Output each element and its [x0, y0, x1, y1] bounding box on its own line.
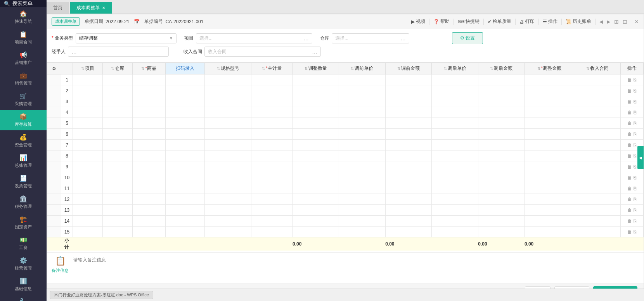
row-product[interactable]: [132, 140, 165, 150]
row-after-price[interactable]: [432, 183, 478, 194]
row-scan[interactable]: [165, 74, 205, 85]
row-unit[interactable]: [251, 85, 293, 96]
sidebar-item-purchase[interactable]: 🛒 采购管理: [0, 89, 47, 110]
row-warehouse[interactable]: [102, 172, 132, 183]
copy-icon[interactable]: ⎘: [634, 186, 636, 191]
delete-icon[interactable]: 🗑: [627, 77, 632, 83]
row-unit[interactable]: [251, 118, 293, 129]
row-scan[interactable]: [165, 227, 205, 237]
row-scan[interactable]: [165, 150, 205, 161]
row-after-amount[interactable]: [478, 150, 525, 161]
row-product[interactable]: [132, 129, 165, 140]
row-project[interactable]: [73, 85, 103, 96]
row-scan[interactable]: [165, 216, 205, 227]
delete-icon[interactable]: 🗑: [627, 164, 632, 170]
row-product[interactable]: [132, 161, 165, 172]
row-before-price[interactable]: [339, 172, 386, 183]
row-after-amount[interactable]: [478, 216, 525, 227]
row-adjust-qty[interactable]: [293, 205, 339, 216]
row-spec[interactable]: [205, 161, 251, 172]
row-project[interactable]: [73, 205, 103, 216]
row-adjust-amount[interactable]: [525, 194, 574, 205]
row-product[interactable]: [132, 118, 165, 129]
row-before-amount[interactable]: [385, 107, 432, 118]
row-unit[interactable]: [251, 107, 293, 118]
row-adjust-amount[interactable]: [525, 129, 574, 140]
row-adjust-amount[interactable]: [525, 140, 574, 150]
row-project[interactable]: [73, 96, 103, 107]
row-after-amount[interactable]: [478, 227, 525, 237]
row-before-price[interactable]: [339, 129, 386, 140]
row-before-price[interactable]: [339, 107, 386, 118]
warehouse-select[interactable]: 选择... …: [332, 33, 409, 43]
history-action[interactable]: 📜 历史账单: [566, 18, 591, 25]
row-after-price[interactable]: [432, 129, 478, 140]
row-after-amount[interactable]: [478, 194, 525, 205]
delete-icon[interactable]: 🗑: [627, 186, 632, 191]
copy-icon[interactable]: ⎘: [634, 164, 636, 170]
row-income-contract[interactable]: [574, 150, 621, 161]
row-scan[interactable]: [165, 205, 205, 216]
row-after-amount[interactable]: [478, 140, 525, 150]
row-adjust-qty[interactable]: [293, 172, 339, 183]
right-handle[interactable]: ◀: [637, 146, 644, 169]
row-project[interactable]: [73, 107, 103, 118]
row-adjust-amount[interactable]: [525, 150, 574, 161]
row-warehouse[interactable]: [102, 140, 132, 150]
delete-icon[interactable]: 🗑: [627, 131, 632, 137]
copy-icon[interactable]: ⎘: [634, 142, 636, 148]
row-adjust-amount[interactable]: [525, 216, 574, 227]
row-adjust-amount[interactable]: [525, 227, 574, 237]
sidebar-item-finance[interactable]: 💰 资金管理: [0, 130, 47, 151]
row-before-price[interactable]: [339, 227, 386, 237]
row-spec[interactable]: [205, 227, 251, 237]
row-after-amount[interactable]: [478, 172, 525, 183]
delete-icon[interactable]: 🗑: [627, 229, 632, 235]
row-income-contract[interactable]: [574, 118, 621, 129]
col-settings[interactable]: ⚙: [47, 63, 61, 74]
row-spec[interactable]: [205, 205, 251, 216]
row-product[interactable]: [132, 216, 165, 227]
row-before-amount[interactable]: [385, 216, 432, 227]
sidebar-item-quick-nav[interactable]: 🏠 快速导航: [0, 7, 47, 28]
row-before-price[interactable]: [339, 96, 386, 107]
row-adjust-amount[interactable]: [525, 107, 574, 118]
row-income-contract[interactable]: [574, 172, 621, 183]
row-unit[interactable]: [251, 96, 293, 107]
copy-icon[interactable]: ⎘: [634, 197, 636, 202]
row-after-amount[interactable]: [478, 129, 525, 140]
delete-icon[interactable]: 🗑: [627, 218, 632, 224]
sidebar-item-invoice[interactable]: 🧾 发票管理: [0, 171, 47, 192]
row-before-amount[interactable]: [385, 140, 432, 150]
row-scan[interactable]: [165, 118, 205, 129]
row-product[interactable]: [132, 150, 165, 161]
row-adjust-qty[interactable]: [293, 74, 339, 85]
row-before-price[interactable]: [339, 150, 386, 161]
row-unit[interactable]: [251, 161, 293, 172]
row-before-amount[interactable]: [385, 194, 432, 205]
row-adjust-qty[interactable]: [293, 140, 339, 150]
row-before-price[interactable]: [339, 194, 386, 205]
row-project[interactable]: [73, 194, 103, 205]
tab-home[interactable]: 首页: [47, 2, 69, 14]
row-unit[interactable]: [251, 150, 293, 161]
row-scan[interactable]: [165, 96, 205, 107]
row-unit[interactable]: [251, 183, 293, 194]
row-before-price[interactable]: [339, 74, 386, 85]
copy-icon[interactable]: ⎘: [634, 131, 636, 137]
row-income-contract[interactable]: [574, 183, 621, 194]
row-before-price[interactable]: [339, 118, 386, 129]
row-spec[interactable]: [205, 129, 251, 140]
row-unit[interactable]: [251, 194, 293, 205]
row-before-price[interactable]: [339, 161, 386, 172]
row-before-price[interactable]: [339, 205, 386, 216]
row-product[interactable]: [132, 107, 165, 118]
copy-icon[interactable]: ⎘: [634, 153, 636, 159]
col-scan[interactable]: 扫码录入: [165, 63, 205, 74]
delete-icon[interactable]: 🗑: [627, 121, 632, 126]
copy-icon[interactable]: ⎘: [634, 229, 636, 235]
copy-icon[interactable]: ⎘: [634, 208, 636, 213]
row-unit[interactable]: [251, 172, 293, 183]
row-after-price[interactable]: [432, 227, 478, 237]
row-warehouse[interactable]: [102, 85, 132, 96]
